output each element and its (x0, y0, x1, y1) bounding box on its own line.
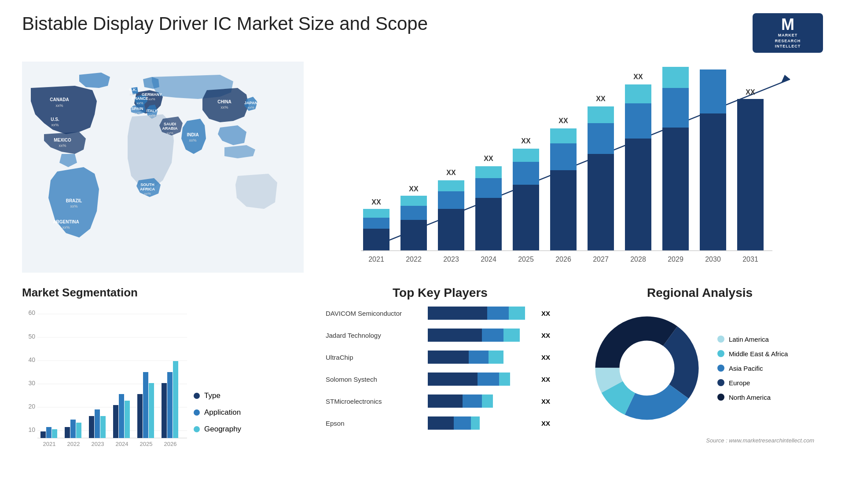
svg-rect-106 (76, 423, 81, 438)
svg-text:JAPAN: JAPAN (244, 101, 257, 105)
svg-text:2028: 2028 (630, 256, 646, 263)
application-label: Application (204, 408, 241, 417)
players-title: Top Key Players (326, 286, 555, 300)
svg-text:ARABIA: ARABIA (162, 126, 178, 131)
legend-mea: Middle East & Africa (717, 350, 788, 358)
svg-rect-61 (588, 106, 614, 123)
latin-america-dot (717, 336, 724, 343)
regional-content: Latin America Middle East & Africa Asia … (585, 307, 814, 430)
svg-text:XX: XX (558, 117, 568, 124)
svg-rect-101 (40, 431, 46, 438)
player-name: UltraChip (326, 354, 422, 361)
svg-rect-116 (162, 383, 167, 438)
svg-rect-39 (400, 220, 427, 251)
svg-text:XX: XX (371, 198, 381, 206)
donut-chart (585, 307, 709, 430)
player-name: DAVICOM Semiconductor (326, 310, 422, 317)
europe-label: Europe (729, 379, 750, 387)
svg-rect-65 (625, 84, 651, 103)
svg-text:MEXICO: MEXICO (54, 138, 71, 142)
svg-text:2029: 2029 (668, 256, 683, 263)
bar-chart-section: XX XX XX XX XX (317, 62, 823, 277)
svg-text:40: 40 (28, 356, 35, 363)
europe-dot (717, 379, 724, 386)
svg-rect-59 (588, 154, 614, 251)
player-value: XX (541, 376, 555, 383)
player-bar (428, 307, 536, 320)
svg-rect-60 (588, 123, 614, 154)
svg-text:xx%: xx% (129, 92, 136, 96)
svg-text:xx%: xx% (148, 113, 155, 117)
svg-rect-112 (125, 401, 130, 438)
svg-text:xx%: xx% (166, 131, 173, 135)
players-list: DAVICOM Semiconductor XX Jadard Technolo… (326, 307, 555, 430)
player-value: XX (541, 420, 555, 427)
player-row: Jadard Technology XX (326, 329, 555, 342)
player-row: Epson XX (326, 416, 555, 430)
svg-rect-117 (167, 372, 173, 438)
world-map-svg: CANADA xx% U.S. xx% MEXICO xx% BRAZIL xx… (22, 62, 304, 273)
svg-text:xx%: xx% (134, 111, 140, 115)
svg-rect-71 (700, 113, 726, 251)
svg-rect-115 (149, 383, 154, 438)
segmentation-section: Market Segmentation 60 50 40 30 20 10 (22, 286, 304, 488)
svg-rect-49 (475, 166, 502, 178)
svg-text:xx%: xx% (55, 103, 63, 108)
svg-rect-36 (363, 218, 389, 229)
segmentation-legend: Type Application Geography (194, 391, 241, 447)
player-row: UltraChip XX (326, 351, 555, 364)
svg-text:10: 10 (28, 426, 35, 433)
svg-rect-102 (46, 427, 51, 438)
svg-rect-43 (438, 209, 464, 251)
svg-text:xx%: xx% (189, 138, 196, 142)
player-row: DAVICOM Semiconductor XX (326, 307, 555, 320)
svg-text:GERMANY: GERMANY (142, 92, 162, 97)
svg-text:2030: 2030 (705, 256, 721, 263)
logo-box: M MARKETRESEARCHINTELLECT (753, 13, 823, 53)
svg-text:XX: XX (596, 95, 606, 102)
svg-text:SOUTH: SOUTH (140, 183, 154, 187)
legend-application: Application (194, 408, 241, 417)
svg-text:ARGENTINA: ARGENTINA (53, 219, 79, 224)
mea-dot (717, 350, 724, 357)
svg-rect-103 (52, 429, 57, 438)
svg-rect-63 (625, 139, 651, 251)
player-bar (428, 373, 536, 386)
svg-rect-55 (550, 170, 577, 251)
legend-type: Type (194, 391, 241, 400)
svg-text:2031: 2031 (742, 256, 758, 263)
svg-rect-68 (662, 88, 689, 128)
svg-rect-35 (363, 229, 389, 251)
svg-text:XX: XX (746, 88, 755, 96)
svg-text:20: 20 (28, 403, 35, 410)
player-value: XX (541, 332, 555, 339)
svg-rect-53 (513, 149, 539, 162)
svg-text:2022: 2022 (67, 441, 80, 447)
svg-text:50: 50 (28, 333, 35, 340)
bottom-row: Market Segmentation 60 50 40 30 20 10 (22, 286, 823, 488)
svg-text:XX: XX (446, 169, 456, 176)
svg-rect-56 (550, 143, 577, 170)
svg-text:2025: 2025 (140, 441, 153, 447)
legend-geography: Geography (194, 425, 241, 434)
svg-text:xx%: xx% (148, 97, 155, 101)
regional-title: Regional Analysis (585, 286, 814, 300)
svg-text:2021: 2021 (368, 256, 384, 263)
svg-text:U.S.: U.S. (51, 117, 59, 122)
logo-letter: M (781, 17, 794, 33)
player-value: XX (541, 398, 555, 405)
svg-text:CANADA: CANADA (50, 97, 69, 102)
svg-rect-105 (70, 420, 76, 438)
latin-america-label: Latin America (729, 336, 769, 343)
asia-label: Asia Pacific (729, 365, 763, 372)
svg-text:2025: 2025 (518, 256, 534, 263)
player-value: XX (541, 310, 555, 317)
svg-rect-41 (400, 196, 427, 206)
svg-text:xx%: xx% (51, 123, 59, 127)
svg-text:2022: 2022 (406, 256, 422, 263)
player-name: STMicroelectronics (326, 398, 422, 405)
legend-north-america: North America (717, 394, 788, 401)
player-row: Solomon Systech XX (326, 373, 555, 386)
source: Source : www.marketresearchintellect.com (585, 436, 814, 444)
source-text: Source : www.marketresearchintellect.com (706, 437, 814, 444)
